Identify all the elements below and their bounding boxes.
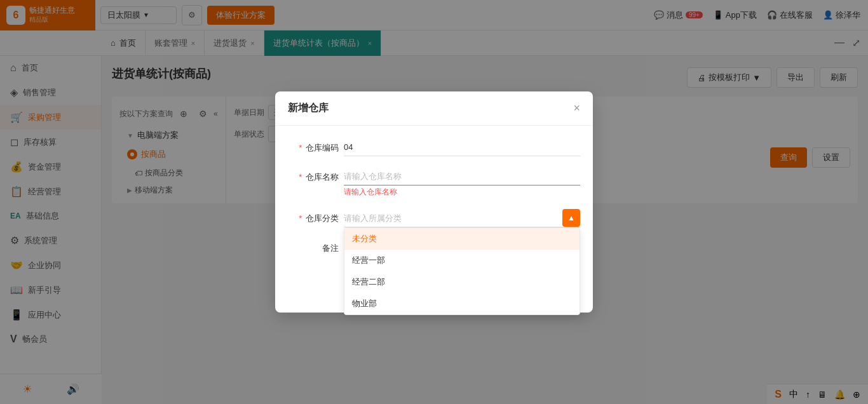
form-row-category: * 仓库分类 ▲ 未分类 经营一	[288, 209, 580, 227]
modal-title: 新增仓库	[288, 102, 329, 115]
form-row-code: * 仓库编码	[288, 138, 580, 156]
name-label: * 仓库名称	[288, 168, 339, 183]
dropdown-option-dept1[interactable]: 经营一部	[344, 250, 580, 271]
category-dropdown: ▲ 未分类 经营一部 经营二部 物业	[344, 209, 580, 227]
dropdown-option-uncategorized[interactable]: 未分类	[344, 228, 580, 250]
dropdown-toggle-button[interactable]: ▲	[562, 209, 580, 227]
category-input-row: ▲	[344, 209, 580, 227]
category-label: * 仓库分类	[288, 209, 339, 224]
name-field: 请输入仓库名称	[344, 168, 580, 198]
modal-new-warehouse: 新增仓库 × * 仓库编码 * 仓库名称 请输入仓库名称	[275, 91, 593, 313]
modal-header: 新增仓库 ×	[275, 91, 593, 126]
category-field: ▲ 未分类 经营一部 经营二部 物业	[344, 209, 580, 227]
name-error-message: 请输入仓库名称	[344, 187, 580, 198]
category-input[interactable]	[344, 210, 562, 227]
remark-label: 备注	[288, 239, 339, 254]
category-dropdown-list: 未分类 经营一部 经营二部 物业部	[344, 227, 580, 315]
code-field	[344, 138, 580, 156]
name-input[interactable]	[344, 168, 580, 185]
form-row-name: * 仓库名称 请输入仓库名称	[288, 168, 580, 198]
chevron-up-icon: ▲	[567, 213, 575, 222]
dropdown-option-dept3[interactable]: 物业部	[344, 293, 580, 314]
code-input[interactable]	[344, 138, 580, 156]
modal-body: * 仓库编码 * 仓库名称 请输入仓库名称 * 仓库分类	[275, 126, 593, 281]
modal-close-button[interactable]: ×	[573, 102, 580, 115]
code-label: * 仓库编码	[288, 138, 339, 154]
dropdown-option-dept2[interactable]: 经营二部	[344, 271, 580, 293]
